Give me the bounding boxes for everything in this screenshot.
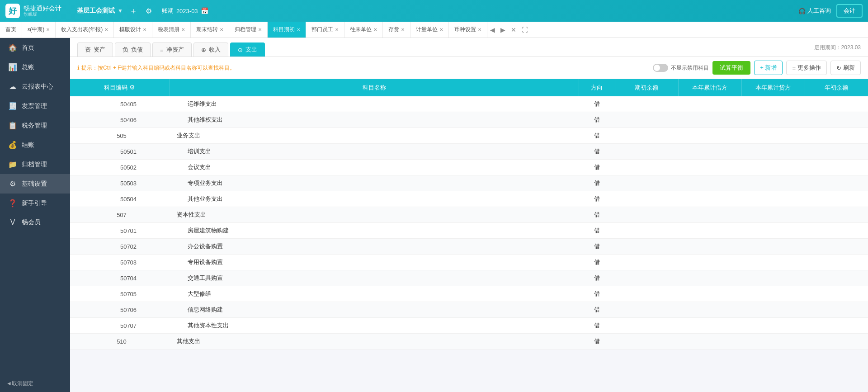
cell-direction: 借 [579, 223, 615, 239]
tab-currency-settings[interactable]: 币种设置 ✕ [449, 22, 487, 38]
tab-nav-right[interactable]: ▶ [498, 22, 508, 38]
sidebar-item-member[interactable]: V 畅会员 [0, 213, 70, 232]
cell-ytd-debit [678, 207, 741, 223]
customer-service-button[interactable]: 🎧 人工咨询 [798, 7, 831, 15]
table-row[interactable]: 50503专项业务支出借 [70, 175, 868, 191]
table-row[interactable]: 50405运维维支出借 [70, 96, 868, 112]
cell-name: 培训支出 [170, 144, 579, 160]
sub-tab-income[interactable]: ⊕ 收入 [193, 43, 228, 57]
sidebar-item-basic-settings[interactable]: ⚙ 基础设置 [0, 174, 70, 194]
tab-department-staff[interactable]: 部门员工 ✕ [306, 22, 344, 38]
sidebar-toggle-pin[interactable]: ◄取消固定 [0, 375, 70, 392]
tab-subject-opening[interactable]: 科目期初 ✕ [268, 22, 306, 38]
table-row[interactable]: 50502会议支出借 [70, 160, 868, 175]
cell-direction: 借 [579, 112, 615, 128]
toggle-track[interactable] [653, 64, 668, 72]
add-button[interactable]: + 新增 [754, 61, 783, 75]
table-row[interactable]: 505业务支出借 [70, 128, 868, 144]
close-icon[interactable]: ✕ [401, 27, 405, 32]
sub-tab-assets[interactable]: 资 资产 [77, 43, 113, 57]
sidebar-item-home[interactable]: 🏠 首页 [0, 38, 70, 57]
table-row[interactable]: 50705大型修缮借 [70, 286, 868, 302]
sidebar-item-newbie-guide[interactable]: ❓ 新手引导 [0, 194, 70, 213]
disable-toggle[interactable]: 不显示禁用科目 [653, 64, 709, 72]
tab-tax-register[interactable]: 税表清册 ✕ [152, 22, 191, 38]
table-row[interactable]: 50706信息网络购建借 [70, 302, 868, 318]
cell-direction: 借 [579, 334, 615, 349]
toolbar-right: 不显示禁用科目 试算平衡 + 新增 ≡ 更多操作 ↻ 刷新 [653, 61, 861, 75]
sub-tab-net-assets[interactable]: ≡ 净资产 [152, 43, 192, 57]
invoice-icon: 🧾 [8, 102, 17, 110]
close-icon[interactable]: ✕ [373, 27, 377, 32]
tab-nav-left[interactable]: ◀ [487, 22, 498, 38]
sub-tab-liabilities[interactable]: 负 负债 [115, 43, 151, 57]
sidebar-item-archive[interactable]: 📁 归档管理 [0, 155, 70, 174]
table-row[interactable]: 50704交通工具购置借 [70, 270, 868, 286]
tab-midterm[interactable]: ε(中期) ✕ [22, 22, 56, 38]
tab-business-partners[interactable]: 往来单位 ✕ [344, 22, 383, 38]
close-icon[interactable]: ✕ [104, 27, 108, 32]
table-row[interactable]: 50406其他维权支出借 [70, 112, 868, 128]
cell-ytd-credit [741, 112, 805, 128]
sidebar-item-cloud-reports[interactable]: ☁ 云报表中心 [0, 77, 70, 96]
tab-home[interactable]: 首页 [0, 22, 22, 38]
column-settings-icon[interactable]: ⚙ [129, 84, 135, 91]
table-container[interactable]: 科目编码 ⚙ 科目名称 方向 期初余额 本年累计借方 本年累计贷方 年初余额 5… [70, 79, 868, 392]
logo-text: 畅捷通好会计 旗舰版 [24, 5, 61, 18]
cell-ytd-credit [741, 286, 805, 302]
tab-unit-of-measure[interactable]: 计量单位 ✕ [410, 22, 449, 38]
close-icon[interactable]: ✕ [335, 27, 339, 32]
sidebar-item-tax-management[interactable]: 📋 税务管理 [0, 116, 70, 135]
balance-button[interactable]: 试算平衡 [712, 61, 750, 75]
cell-opening-balance [615, 239, 678, 255]
table-row[interactable]: 50702办公设备购置借 [70, 239, 868, 255]
calendar-icon[interactable]: 📅 [201, 7, 208, 14]
table-row[interactable]: 50701房屋建筑物购建借 [70, 223, 868, 239]
add-company-button[interactable]: ＋ [127, 5, 139, 16]
close-icon[interactable]: ✕ [258, 27, 262, 32]
tab-template-design[interactable]: 模版设计 ✕ [114, 22, 152, 38]
table-row[interactable]: 50501培训支出借 [70, 144, 868, 160]
company-dropdown-icon[interactable]: ▼ [118, 8, 123, 14]
table-row[interactable]: 507资本性支出借 [70, 207, 868, 223]
close-icon[interactable]: ✕ [46, 27, 50, 32]
tab-period-end-transfer[interactable]: 期末结转 ✕ [191, 22, 229, 38]
close-icon[interactable]: ✕ [439, 27, 443, 32]
sidebar-item-invoice-management[interactable]: 🧾 发票管理 [0, 96, 70, 116]
close-icon[interactable]: ✕ [220, 27, 223, 32]
more-operations-button[interactable]: ≡ 更多操作 [786, 61, 827, 75]
table-row[interactable]: 510其他支出借 [70, 334, 868, 349]
sidebar-item-general-ledger[interactable]: 📊 总账 [0, 57, 70, 77]
cell-direction: 借 [579, 239, 615, 255]
tab-archive-management[interactable]: 归档管理 ✕ [229, 22, 268, 38]
tab-annual-report[interactable]: 收入支出表(年报) ✕ [56, 22, 114, 38]
close-icon[interactable]: ✕ [297, 27, 300, 32]
cell-opening-balance [615, 255, 678, 270]
cell-direction: 借 [579, 207, 615, 223]
cell-ytd-debit [678, 191, 741, 207]
table-row[interactable]: 50707其他资本性支出借 [70, 318, 868, 334]
sidebar-item-settlement[interactable]: 💰 结账 [0, 135, 70, 155]
tab-label: 存货 [388, 26, 399, 33]
sub-tab-expenditure[interactable]: ⊙ 支出 [230, 43, 265, 57]
settings-icon[interactable]: ⚙ [144, 7, 154, 15]
cell-ytd-debit [678, 144, 741, 160]
cell-code: 510 [70, 334, 170, 349]
cell-code: 50503 [70, 175, 170, 191]
account-button[interactable]: 会计 [836, 4, 863, 18]
logo-area: 好 畅捷通好会计 旗舰版 [5, 4, 72, 18]
tab-close-all[interactable]: ✕ [508, 22, 519, 38]
tab-label: 归档管理 [235, 26, 256, 33]
tab-inventory[interactable]: 存货 ✕ [383, 22, 410, 38]
refresh-icon: ↻ [836, 65, 841, 71]
table-row[interactable]: 50504其他业务支出借 [70, 191, 868, 207]
period-info: 账期 2023-03 📅 [162, 7, 208, 15]
tab-expand[interactable]: ⛶ [519, 22, 531, 38]
refresh-button[interactable]: ↻ 刷新 [830, 61, 861, 75]
close-icon[interactable]: ✕ [181, 27, 185, 32]
close-icon[interactable]: ✕ [478, 27, 481, 32]
close-icon[interactable]: ✕ [143, 27, 146, 32]
header-ytd-credit: 本年累计贷方 [741, 79, 805, 96]
table-row[interactable]: 50703专用设备购置借 [70, 255, 868, 270]
company-name[interactable]: 基层工会测试 ▼ [77, 7, 123, 15]
